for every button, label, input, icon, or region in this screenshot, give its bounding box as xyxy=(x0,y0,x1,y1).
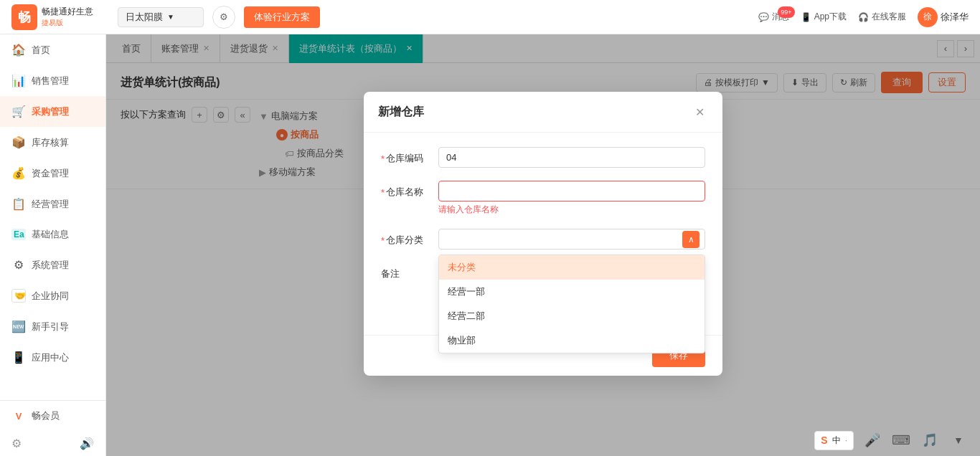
gear-button[interactable]: ⚙ xyxy=(212,6,235,29)
sidebar-label-guide: 新手引导 xyxy=(32,320,69,333)
experience-button[interactable]: 体验行业方案 xyxy=(244,6,320,28)
sidebar-item-basic-info[interactable]: Ea 基础信息 xyxy=(0,219,105,250)
form-row-code: * 仓库编码 xyxy=(381,147,705,168)
operation-icon: 📋 xyxy=(11,197,26,211)
basic-info-icon: Ea xyxy=(11,229,26,240)
modal-overlay[interactable]: 新增仓库 ✕ * 仓库编码 xyxy=(106,34,980,456)
sidebar-label-inventory: 库存核算 xyxy=(32,136,69,149)
app-download-button[interactable]: 📱 App下载 xyxy=(801,11,847,23)
remark-label: 备注 xyxy=(381,262,438,280)
modal-title: 新增仓库 xyxy=(378,105,424,120)
name-input[interactable] xyxy=(438,181,705,201)
name-error-msg: 请输入仓库名称 xyxy=(438,204,705,216)
mobile-icon: 📱 xyxy=(801,12,811,22)
cjt-logo-text: 中 xyxy=(832,434,841,447)
sidebar: 🏠 首页 📊 销售管理 🛒 采购管理 📦 库存核算 💰 资金管理 📋 经营管理 … xyxy=(0,34,106,456)
keyboard-button[interactable]: ⌨ xyxy=(891,430,911,450)
sidebar-item-system[interactable]: ⚙ 系统管理 xyxy=(0,250,105,280)
mic-button[interactable]: 🎤 xyxy=(862,430,882,450)
music-button[interactable]: 🎵 xyxy=(920,430,940,450)
form-row-name: * 仓库名称 请输入仓库名称 xyxy=(381,181,705,216)
sidebar-item-sales[interactable]: 📊 销售管理 xyxy=(0,65,105,96)
modal-body: * 仓库编码 * 仓库名称 xyxy=(364,133,722,335)
collab-icon: 🤝 xyxy=(11,289,26,303)
vip-icon: V xyxy=(11,411,26,422)
dropdown-item-property[interactable]: 物业部 xyxy=(439,328,705,353)
name-label: * 仓库名称 xyxy=(381,181,438,199)
sidebar-label-sales: 销售管理 xyxy=(32,75,69,87)
sidebar-label-purchase: 采购管理 xyxy=(32,105,69,118)
home-icon: 🏠 xyxy=(11,43,26,57)
main-layout: 🏠 首页 📊 销售管理 🛒 采购管理 📦 库存核算 💰 资金管理 📋 经营管理 … xyxy=(0,34,980,456)
sidebar-label-finance: 资金管理 xyxy=(32,167,69,180)
cjt-logo-icon: S xyxy=(821,434,827,446)
guide-icon: 🆕 xyxy=(11,320,26,333)
sidebar-label-basic-info: 基础信息 xyxy=(32,228,69,241)
dropdown-item-dept1[interactable]: 经营一部 xyxy=(439,280,705,304)
message-icon: 💬 xyxy=(758,12,769,22)
code-label: * 仓库编码 xyxy=(381,147,438,165)
sidebar-item-guide[interactable]: 🆕 新手引导 xyxy=(0,311,105,342)
sidebar-bottom: V 畅会员 ⚙ 🔊 xyxy=(0,400,105,456)
code-input[interactable] xyxy=(438,147,705,168)
category-label: * 仓库分类 xyxy=(381,229,438,247)
dropdown-item-dept2[interactable]: 经营二部 xyxy=(439,304,705,328)
form-row-category: * 仓库分类 ∧ 未分类 经营一部 经营二部 物业部 xyxy=(381,229,705,250)
new-warehouse-modal: 新增仓库 ✕ * 仓库编码 xyxy=(364,92,722,376)
header-right: 💬 消息 99+ 📱 App下载 🎧 在线客服 徐 徐泽华 xyxy=(758,7,969,27)
bottom-bar: S 中 · 🎤 ⌨ 🎵 ▼ xyxy=(803,424,980,456)
name-wrap: 请输入仓库名称 xyxy=(438,181,705,216)
app-center-icon: 📱 xyxy=(11,351,26,364)
store-selector[interactable]: 日太阳膜 ▼ xyxy=(118,7,204,27)
more-button[interactable]: ▼ xyxy=(948,430,969,450)
chevron-down-icon: ▼ xyxy=(167,13,174,21)
user-menu[interactable]: 徐 徐泽华 xyxy=(918,7,969,27)
logo-text: 畅捷通好生意 捷易版 xyxy=(42,6,93,27)
sidebar-item-home[interactable]: 🏠 首页 xyxy=(0,34,105,65)
content-area: 首页 账套管理 ✕ 进货退货 ✕ 进货单统计表（按商品） ✕ ‹ › 进货单统计… xyxy=(106,34,980,456)
settings-icon[interactable]: ⚙ xyxy=(11,437,22,450)
sales-icon: 📊 xyxy=(11,74,26,87)
logo-icon: 畅 xyxy=(11,4,37,30)
sidebar-item-finance[interactable]: 💰 资金管理 xyxy=(0,158,105,189)
online-service-button[interactable]: 🎧 在线客服 xyxy=(858,11,906,23)
sidebar-item-operation[interactable]: 📋 经营管理 xyxy=(0,189,105,219)
modal-close-button[interactable]: ✕ xyxy=(691,103,708,120)
sidebar-item-purchase[interactable]: 🛒 采购管理 xyxy=(0,96,105,127)
cjt-logo-sep: · xyxy=(845,435,847,445)
system-icon: ⚙ xyxy=(11,258,26,272)
sidebar-label-operation: 经营管理 xyxy=(32,198,69,211)
username: 徐泽华 xyxy=(941,11,969,24)
finance-icon: 💰 xyxy=(11,166,26,180)
category-input[interactable] xyxy=(438,229,705,250)
inventory-icon: 📦 xyxy=(11,136,26,149)
code-wrap xyxy=(438,147,705,168)
avatar: 徐 xyxy=(918,7,938,27)
category-dropdown-list: 未分类 经营一部 经营二部 物业部 xyxy=(438,255,705,353)
message-button[interactable]: 💬 消息 99+ xyxy=(758,11,789,23)
sidebar-item-app-center[interactable]: 📱 应用中心 xyxy=(0,342,105,373)
purchase-icon: 🛒 xyxy=(11,105,26,118)
message-badge: 99+ xyxy=(778,6,794,18)
sidebar-label-app-center: 应用中心 xyxy=(32,351,69,364)
headset-icon: 🎧 xyxy=(858,12,869,22)
dropdown-item-unclassified[interactable]: 未分类 xyxy=(439,255,705,280)
sidebar-label-collab: 企业协同 xyxy=(32,290,69,303)
sidebar-item-inventory[interactable]: 📦 库存核算 xyxy=(0,127,105,158)
sidebar-item-collab[interactable]: 🤝 企业协同 xyxy=(0,280,105,311)
sidebar-label-vip: 畅会员 xyxy=(32,409,60,422)
logo-area: 畅 畅捷通好生意 捷易版 xyxy=(11,4,118,30)
top-header: 畅 畅捷通好生意 捷易版 日太阳膜 ▼ ⚙ 体验行业方案 💬 消息 99+ 📱 … xyxy=(0,0,980,34)
sidebar-item-vip[interactable]: V 畅会员 xyxy=(0,401,105,431)
category-wrap: ∧ 未分类 经营一部 经营二部 物业部 xyxy=(438,229,705,250)
sidebar-label-home: 首页 xyxy=(32,44,50,57)
sidebar-label-system: 系统管理 xyxy=(32,259,69,272)
speaker-icon[interactable]: 🔊 xyxy=(80,437,94,450)
header-mid: ⚙ 体验行业方案 xyxy=(212,6,320,29)
modal-header: 新增仓库 ✕ xyxy=(364,92,722,133)
category-dropdown-arrow[interactable]: ∧ xyxy=(682,231,699,248)
